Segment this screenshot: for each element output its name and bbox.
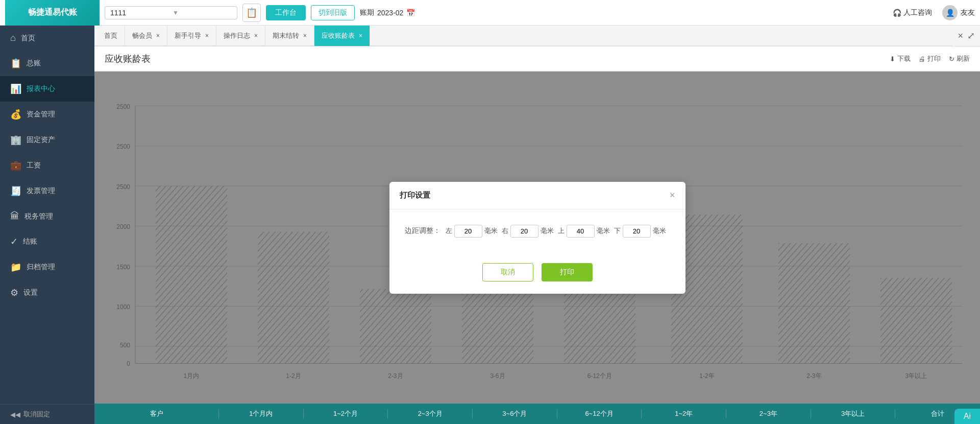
sidebar-item-settle[interactable]: ✓ 结账 (0, 229, 94, 254)
print-label: 打印 (927, 54, 941, 63)
tab-member[interactable]: 畅会员 × (125, 26, 167, 46)
tab-oplog-close[interactable]: × (254, 32, 258, 39)
username: 友友 (961, 8, 975, 17)
logo: 畅捷通易代账 (5, 0, 100, 26)
settle-icon: ✓ (10, 236, 18, 247)
user-menu[interactable]: 👤 友友 (942, 5, 975, 20)
right-input[interactable] (510, 225, 538, 238)
tab-guide[interactable]: 新手引导 × (167, 26, 216, 46)
sidebar-label-tax: 税务管理 (24, 212, 53, 221)
settings-icon: ⚙ (10, 287, 18, 298)
download-button[interactable]: ⬇ 下载 (890, 54, 911, 63)
help-label: 人工咨询 (903, 8, 932, 17)
reports-icon: 📊 (10, 83, 21, 95)
tab-guide-label: 新手引导 (175, 31, 201, 40)
footer-col-36m: 3~6个月 (473, 409, 557, 418)
company-selector[interactable]: 1111 ▼ (105, 6, 237, 19)
sidebar-bottom-label: 取消固定 (23, 410, 50, 419)
sidebar-item-home[interactable]: ⌂ 首页 (0, 26, 94, 51)
tax-icon: 🏛 (10, 211, 19, 222)
margin-top: 上 毫米 (558, 225, 610, 238)
tab-guide-close[interactable]: × (205, 32, 209, 39)
main-layout: ⌂ 首页 📋 总账 📊 报表中心 💰 资金管理 🏢 固定资产 💼 工资 (0, 26, 980, 424)
workbench-button[interactable]: 工作台 (266, 5, 306, 20)
tabs-bar: 首页 畅会员 × 新手引导 × 操作日志 × 期末结转 × (94, 26, 952, 46)
top-input[interactable] (567, 225, 595, 238)
tab-ar-aging-close[interactable]: × (359, 32, 362, 39)
sidebar-item-funds[interactable]: 💰 资金管理 (0, 102, 94, 127)
assets-icon: 🏢 (10, 134, 21, 146)
sidebar-scroll: ⌂ 首页 📋 总账 📊 报表中心 💰 资金管理 🏢 固定资产 💼 工资 (0, 26, 94, 404)
tab-period-close[interactable]: 期末结转 × (265, 26, 314, 46)
sidebar-item-ledger[interactable]: 📋 总账 (0, 51, 94, 76)
footer-label-1m: 1个月内 (249, 410, 273, 417)
period-label: 账期 (360, 8, 374, 17)
right-label: 右 (502, 226, 508, 235)
left-unit: 毫米 (484, 226, 498, 235)
sidebar-unpin[interactable]: ◀◀ 取消固定 (0, 404, 94, 424)
help-button[interactable]: 🎧 人工咨询 (893, 8, 932, 17)
sidebar-item-assets[interactable]: 🏢 固定资产 (0, 127, 94, 153)
tab-expand-button[interactable]: ⤢ (967, 30, 975, 41)
archive-sidebar-icon: 📁 (10, 262, 21, 273)
left-input[interactable] (454, 225, 482, 238)
modal-header: 打印设置 × (389, 182, 685, 209)
print-settings-modal: 打印设置 × 边距调整： 左 毫米 (389, 182, 685, 294)
home-icon: ⌂ (10, 33, 16, 43)
sidebar-item-archive[interactable]: 📁 归档管理 (0, 254, 94, 280)
tab-member-close[interactable]: × (156, 32, 160, 39)
cancel-button[interactable]: 取消 (482, 263, 533, 281)
sidebar-label-reports: 报表中心 (27, 84, 55, 93)
table-footer: 客户 1个月内 1~2个月 2~3个月 3~6个月 6~12个月 (94, 404, 980, 424)
header: 畅捷通易代账 1111 ▼ 📋 工作台 切到旧版 账期 2023-02 📅 🎧 … (0, 0, 980, 26)
archive-icon-button[interactable]: 📋 (242, 4, 261, 22)
company-name: 1111 (110, 9, 169, 17)
footer-col-12m: 1~2个月 (304, 409, 388, 418)
tabs-wrapper: 首页 畅会员 × 新手引导 × 操作日志 × 期末结转 × (94, 26, 980, 46)
footer-label-36m: 3~6个月 (502, 410, 527, 417)
margin-inputs: 左 毫米 右 毫米 (446, 225, 670, 238)
ai-badge[interactable]: Ai (954, 409, 980, 424)
right-unit: 毫米 (541, 226, 554, 235)
archive-icon: 📋 (246, 7, 257, 18)
bottom-input[interactable] (623, 225, 651, 238)
sidebar-item-invoice[interactable]: 🧾 发票管理 (0, 178, 94, 204)
modal-overlay: 打印设置 × 边距调整： 左 毫米 (94, 72, 980, 404)
tab-ar-aging[interactable]: 应收账龄表 × (314, 26, 370, 46)
download-icon: ⬇ (890, 55, 895, 63)
margin-label: 边距调整： (405, 226, 440, 235)
tab-oplog-label: 操作日志 (224, 31, 250, 40)
modal-footer: 取消 打印 (389, 258, 685, 294)
calendar-icon[interactable]: 📅 (406, 9, 415, 17)
content-header: 应收账龄表 ⬇ 下载 🖨 打印 ↻ 刷新 (94, 46, 980, 72)
refresh-button[interactable]: ↻ 刷新 (949, 54, 970, 63)
footer-label-3yplus: 3年以上 (841, 410, 865, 417)
refresh-label: 刷新 (957, 54, 970, 63)
switch-old-button[interactable]: 切到旧版 (311, 5, 355, 20)
right-panel: 首页 畅会员 × 新手引导 × 操作日志 × 期末结转 × (94, 26, 980, 424)
sidebar-label-assets: 固定资产 (27, 135, 55, 145)
left-label: 左 (446, 226, 452, 235)
print-button[interactable]: 🖨 打印 (919, 54, 941, 63)
footer-label-12y: 1~2年 (675, 410, 693, 417)
content-area: 应收账龄表 ⬇ 下载 🖨 打印 ↻ 刷新 (94, 46, 980, 424)
payroll-icon: 💼 (10, 160, 21, 171)
sidebar-item-reports[interactable]: 📊 报表中心 (0, 76, 94, 102)
tab-close-all-button[interactable]: × (958, 31, 963, 41)
tab-oplog[interactable]: 操作日志 × (216, 26, 265, 46)
footer-col-12y: 1~2年 (642, 409, 726, 418)
sidebar-item-payroll[interactable]: 💼 工资 (0, 153, 94, 178)
print-confirm-button[interactable]: 打印 (542, 263, 593, 281)
chart-area: 2500 2500 2500 2000 1500 1000 500 0 (94, 72, 980, 404)
footer-label-23y: 2~3年 (760, 410, 777, 417)
footer-col-612m: 6~12个月 (557, 409, 642, 418)
sidebar-item-tax[interactable]: 🏛 税务管理 (0, 204, 94, 229)
tab-home[interactable]: 首页 (97, 26, 125, 46)
tabs-controls: × ⤢ (952, 30, 980, 41)
margin-bottom: 下 毫米 (614, 225, 666, 238)
modal-close-button[interactable]: × (670, 190, 675, 201)
top-label: 上 (558, 226, 565, 235)
tab-period-close-close[interactable]: × (303, 32, 307, 39)
sidebar-item-settings[interactable]: ⚙ 设置 (0, 280, 94, 305)
bottom-label: 下 (614, 226, 621, 235)
